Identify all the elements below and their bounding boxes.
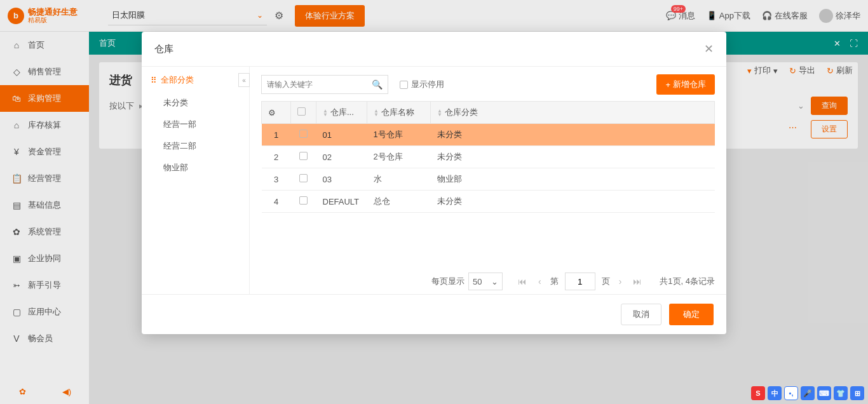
- row-name: 1号仓库: [367, 124, 431, 146]
- cancel-button[interactable]: 取消: [621, 304, 661, 325]
- perpage-label: 每页显示: [431, 276, 465, 287]
- row-code: DEFAULT: [316, 191, 367, 213]
- row-code: 02: [316, 146, 367, 168]
- row-name: 2号仓库: [367, 146, 431, 168]
- ime-bar: S 中 •, 🎤 ⌨ 👕 ⊞: [751, 386, 864, 400]
- row-index: 4: [262, 191, 291, 213]
- collapse-tree-icon[interactable]: «: [238, 73, 250, 87]
- ime-lang-icon[interactable]: 中: [768, 386, 782, 400]
- row-code: 03: [316, 168, 367, 191]
- plus-icon: +: [665, 80, 670, 90]
- page-input[interactable]: [565, 273, 595, 290]
- tree-root[interactable]: ⠿ 全部分类: [151, 74, 249, 86]
- table-row[interactable]: 1011号仓库未分类: [262, 124, 715, 146]
- page-summary: 共1页, 4条记录: [660, 276, 715, 287]
- select-all-header[interactable]: [291, 102, 316, 124]
- tree-item[interactable]: 物业部: [151, 157, 249, 178]
- warehouse-table: ⚙ ▲▼仓库... ▲▼仓库名称 ▲▼仓库分类 1011号仓库未分类2022号仓…: [261, 101, 715, 213]
- pagination: 每页显示 50 ⌄ ⏮ ‹ 第 页 › ⏭ 共1页, 4条记录: [261, 264, 715, 292]
- search-input[interactable]: [267, 80, 372, 89]
- confirm-button[interactable]: 确定: [669, 304, 714, 325]
- ime-skin-icon[interactable]: 👕: [834, 386, 848, 400]
- page-prefix: 第: [550, 276, 559, 287]
- row-category: 未分类: [431, 191, 715, 213]
- row-checkbox[interactable]: [291, 168, 316, 191]
- row-category: 物业部: [431, 168, 715, 191]
- page-prev-icon[interactable]: ‹: [536, 276, 544, 286]
- code-header[interactable]: ▲▼仓库...: [316, 102, 367, 124]
- grid-icon: ⠿: [151, 76, 157, 85]
- name-header[interactable]: ▲▼仓库名称: [367, 102, 431, 124]
- ime-keyboard-icon[interactable]: ⌨: [817, 386, 831, 400]
- row-checkbox[interactable]: [291, 124, 316, 146]
- row-checkbox[interactable]: [291, 191, 316, 213]
- checkbox-icon: [299, 196, 308, 205]
- checkbox-icon: [297, 107, 306, 116]
- checkbox-icon: [400, 81, 408, 89]
- chevron-down-icon: ⌄: [491, 277, 498, 286]
- page-last-icon[interactable]: ⏭: [630, 276, 644, 286]
- table-panel: 🔍 显示停用 + 新增仓库 ⚙: [250, 67, 726, 294]
- modal-title: 仓库: [154, 43, 173, 55]
- search-input-wrap: 🔍: [261, 75, 388, 94]
- row-index: 1: [262, 124, 291, 146]
- column-config-header[interactable]: ⚙: [262, 102, 291, 124]
- row-checkbox[interactable]: [291, 146, 316, 168]
- warehouse-modal: 仓库 ✕ « ⠿ 全部分类 未分类 经营一部 经营二部 物业部 🔍: [142, 32, 726, 334]
- ime-mic-icon[interactable]: 🎤: [801, 386, 815, 400]
- checkbox-icon: [299, 174, 308, 182]
- row-name: 总仓: [367, 191, 431, 213]
- gear-icon: ⚙: [268, 108, 276, 118]
- table-row[interactable]: 4DEFAULT总仓未分类: [262, 191, 715, 213]
- page-first-icon[interactable]: ⏮: [515, 276, 529, 286]
- table-row[interactable]: 2022号仓库未分类: [262, 146, 715, 168]
- row-code: 01: [316, 124, 367, 146]
- row-index: 3: [262, 168, 291, 191]
- page-suffix: 页: [602, 276, 610, 287]
- row-index: 2: [262, 146, 291, 168]
- ime-punct-icon[interactable]: •,: [784, 386, 798, 400]
- table-row[interactable]: 303水物业部: [262, 168, 715, 191]
- search-icon[interactable]: 🔍: [372, 79, 383, 90]
- checkbox-icon: [299, 152, 308, 160]
- ime-toolbox-icon[interactable]: ⊞: [850, 386, 864, 400]
- row-name: 水: [367, 168, 431, 191]
- page-next-icon[interactable]: ›: [616, 276, 625, 286]
- show-disabled-toggle[interactable]: 显示停用: [400, 79, 444, 90]
- modal-overlay: 仓库 ✕ « ⠿ 全部分类 未分类 经营一部 经营二部 物业部 🔍: [0, 0, 868, 404]
- perpage-select[interactable]: 50 ⌄: [468, 273, 503, 290]
- tree-item[interactable]: 经营二部: [151, 135, 249, 157]
- new-warehouse-button[interactable]: + 新增仓库: [656, 74, 715, 95]
- category-header[interactable]: ▲▼仓库分类: [431, 102, 715, 124]
- row-category: 未分类: [431, 124, 715, 146]
- checkbox-icon: [299, 130, 308, 138]
- tree-item[interactable]: 经营一部: [151, 114, 249, 135]
- close-icon[interactable]: ✕: [704, 42, 714, 56]
- ime-sogou-icon[interactable]: S: [751, 386, 765, 400]
- category-tree: « ⠿ 全部分类 未分类 经营一部 经营二部 物业部: [142, 67, 250, 294]
- row-category: 未分类: [431, 146, 715, 168]
- tree-item[interactable]: 未分类: [151, 92, 249, 114]
